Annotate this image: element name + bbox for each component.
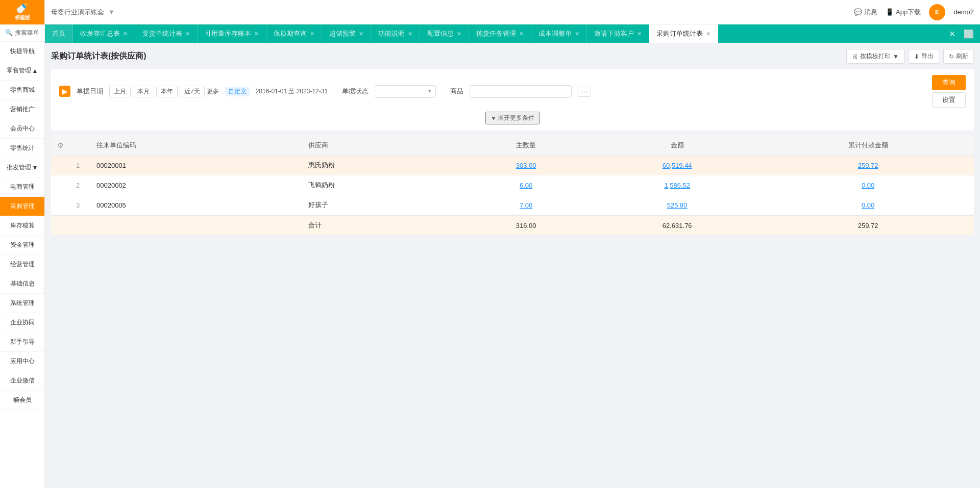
paid-link[interactable]: 0.00 [862,182,874,189]
search-actions: 查询 设置 [932,75,966,108]
row-paid-amount: 0.00 [762,195,974,216]
tab-home[interactable]: 首页 [45,24,73,43]
tab-purchase-order-stats-close[interactable]: ✕ [706,31,710,37]
tabbar-close-btn[interactable]: ✕ [947,28,958,40]
refresh-label: 刷新 [956,52,968,61]
filter-goods-input[interactable] [470,85,572,98]
amount-link[interactable]: 60,519.44 [663,162,692,169]
amount-link[interactable]: 525.80 [667,201,688,209]
sidebar-item-collab-label: 企业协同 [10,319,35,326]
expand-row: ▼ 展开更多条件 [59,112,966,124]
tab-available-inventory[interactable]: 可用量库存账本 ✕ [198,24,266,43]
logo-subtext: 标题版 [15,14,30,21]
sidebar-item-sys-mgmt[interactable]: 系统管理 [0,294,44,313]
tab-receive-summary[interactable]: 收发存汇总表 ✕ [73,24,135,43]
table-footer: 合计 316.00 62,631.76 259.72 [51,215,974,236]
col-settings: ⚙ [51,136,70,156]
sidebar-item-finance[interactable]: 资金管理 [0,236,44,255]
sidebar-item-corp-wechat[interactable]: 企业微信 [0,371,44,391]
sidebar-item-collab[interactable]: 企业协同 [0,313,44,332]
sidebar-item-marketing-label: 营销推广 [10,106,35,113]
paid-link[interactable]: 0.00 [862,201,874,209]
sidebar-item-new-guide[interactable]: 新手引导 [0,332,44,352]
tab-invite-downstream[interactable]: 邀请下游客户 ✕ [587,24,649,43]
col-paid-amount: 累计付款金额 [762,136,974,156]
filter-goods-more-btn[interactable]: ··· [578,86,591,97]
sidebar-item-basic-info[interactable]: 基础信息 [0,274,44,294]
tab-order-stats[interactable]: 要货单统计表 ✕ [135,24,198,43]
topbar-left: 母婴行业演示账套 ▼ [51,8,115,17]
tab-warranty-query[interactable]: 保质期查询 ✕ [266,24,322,43]
main-qty-link[interactable]: 7.00 [520,201,532,209]
row-paid-amount: 259.72 [762,156,974,175]
print-label: 按模板打印 [860,52,891,61]
user-avatar[interactable]: E [929,4,945,20]
tab-over-stock-close[interactable]: ✕ [359,31,363,37]
tab-invite-downstream-label: 邀请下游客户 [594,29,634,38]
row-main-qty: 303.00 [460,156,592,175]
search-btn[interactable]: 查询 [932,75,966,90]
tab-config-info[interactable]: 配置信息 ✕ [420,24,469,43]
sidebar-item-finance-label: 资金管理 [10,241,35,248]
message-btn[interactable]: 💬 消息 [854,8,877,17]
tab-available-inventory-close[interactable]: ✕ [254,31,259,37]
sidebar-item-member[interactable]: 畅会员 [0,391,44,410]
sidebar-item-retail-mgmt[interactable]: 零售管理 ▲ [0,61,44,81]
sidebar-item-ecommerce[interactable]: 电商管理 [0,177,44,197]
amount-link[interactable]: 1,586.52 [664,182,690,189]
filter-status-label: 单据状态 [342,87,369,96]
workspace-name: 母婴行业演示账套 [51,8,104,17]
app-icon: 📱 [886,8,894,16]
sidebar-search[interactable]: 🔍 搜索菜单 [0,24,44,42]
refresh-btn[interactable]: ↻ 刷新 [943,49,974,64]
sidebar-item-shortcut[interactable]: 快捷导航 [0,42,44,61]
tab-invite-downstream-close[interactable]: ✕ [637,31,642,37]
export-icon: ⬇ [914,53,919,60]
tab-pick-task-close[interactable]: ✕ [519,31,524,37]
shortcut-last-month[interactable]: 上月 [109,86,131,97]
message-icon: 💬 [854,8,862,16]
print-btn[interactable]: 🖨 按模板打印 ▼ [846,49,904,64]
main-qty-link[interactable]: 303.00 [516,162,536,169]
tab-cost-adjust[interactable]: 成本调整单 ✕ [531,24,587,43]
sidebar-item-retail-shop[interactable]: 零售商城 [0,81,44,100]
expand-btn[interactable]: ▼ 展开更多条件 [485,112,540,124]
tab-order-stats-close[interactable]: ✕ [185,31,190,37]
tab-receive-summary-close[interactable]: ✕ [123,31,128,37]
chevron-down-icon: ▼ [32,164,38,171]
tab-cost-adjust-close[interactable]: ✕ [575,31,579,37]
shortcut-more[interactable]: 更多 [207,87,219,96]
shortcut-this-year[interactable]: 本年 [156,86,178,97]
tab-function-desc[interactable]: 功能说明 ✕ [371,24,420,43]
topbar-right: 💬 消息 📱 App下载 E demo2 [854,4,974,20]
tab-function-desc-close[interactable]: ✕ [408,31,412,37]
filter-toggle-btn[interactable]: ▶ [59,86,70,97]
sidebar-item-members[interactable]: 会员中心 [0,119,44,139]
sidebar-item-marketing[interactable]: 营销推广 [0,100,44,119]
filter-status-select[interactable] [375,85,436,98]
tabbar-maximize-btn[interactable]: ⬜ [962,28,976,40]
sidebar-item-operations[interactable]: 经营管理 [0,255,44,274]
paid-link[interactable]: 259.72 [858,162,878,169]
shortcut-this-month[interactable]: 本月 [133,86,154,97]
tab-config-info-close[interactable]: ✕ [457,31,461,37]
tab-warranty-query-label: 保质期查询 [274,29,307,38]
table-settings-icon[interactable]: ⚙ [57,141,64,149]
tab-warranty-query-close[interactable]: ✕ [310,31,314,37]
shortcut-7days[interactable]: 近7天 [180,86,205,97]
sidebar-item-wholesale[interactable]: 批发管理 ▼ [0,158,44,177]
sidebar-item-inventory[interactable]: 库存核算 [0,216,44,236]
sidebar-item-retail-stats[interactable]: 零售统计 [0,139,44,158]
export-btn[interactable]: ⬇ 导出 [909,49,939,64]
row-settings-cell [51,195,70,216]
sidebar-item-app-center-label: 应用中心 [10,357,35,365]
sidebar-item-app-center[interactable]: 应用中心 [0,352,44,371]
tab-pick-task[interactable]: 拣货任务管理 ✕ [469,24,531,43]
tab-over-stock[interactable]: 超储预警 ✕ [322,24,371,43]
settings-btn[interactable]: 设置 [932,92,966,108]
app-download-btn[interactable]: 📱 App下载 [886,8,921,17]
tab-purchase-order-stats[interactable]: 采购订单统计表 ✕ [649,24,718,43]
app-label: App下载 [896,8,921,17]
sidebar-item-purchase[interactable]: 采购管理 [0,197,44,216]
main-qty-link[interactable]: 6.00 [520,182,532,189]
